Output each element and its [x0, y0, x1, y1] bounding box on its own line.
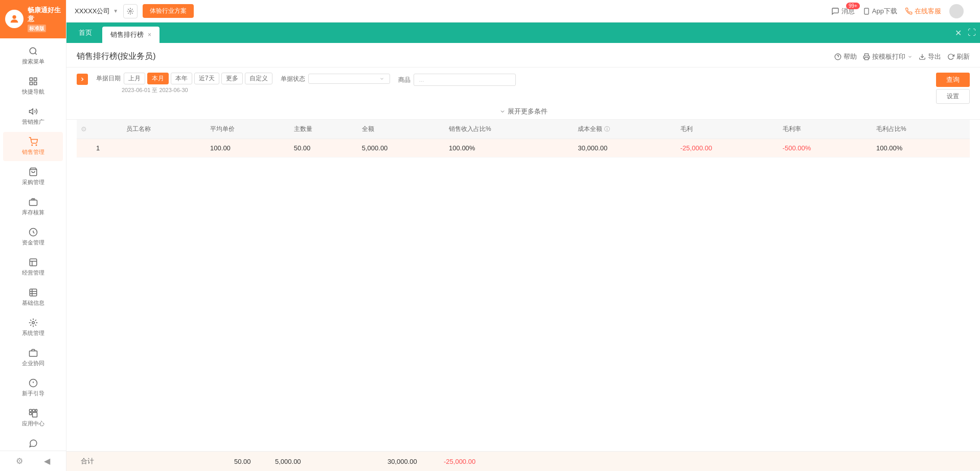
logo-icon	[5, 10, 24, 28]
query-btn[interactable]: 查询	[936, 73, 970, 87]
svg-point-1	[30, 48, 36, 54]
user-avatar[interactable]	[949, 4, 964, 18]
table-footer: 合计 50.00 5,000.00 30,000.00 -25,000.00	[66, 451, 980, 471]
svg-rect-5	[30, 82, 32, 84]
sidebar-logo-text: 畅康通好生意 标准版	[28, 6, 61, 32]
print-btn[interactable]: 按模板打印	[863, 52, 913, 61]
date-btn-this-year[interactable]: 本年	[171, 73, 192, 84]
col-avg-price-header: 平均单价	[206, 120, 290, 139]
col-qty-header: 主数量	[290, 120, 358, 139]
table-body: 1 100.00 50.00 5,000.00 100.00% 30,000.0…	[77, 139, 970, 158]
sidebar-item-inventory[interactable]: 库存核算	[3, 192, 63, 221]
topbar-settings-btn[interactable]	[123, 4, 138, 18]
message-badge: 99+	[846, 3, 860, 9]
row-sales-pct-cell: 100.00%	[445, 139, 574, 158]
tab-sales-ranking[interactable]: 销售排行榜 ×	[102, 27, 159, 43]
svg-rect-16	[29, 351, 37, 356]
col-cost-header: 成本全额 ⓘ	[574, 120, 676, 139]
date-btn-7days[interactable]: 近7天	[194, 73, 219, 84]
sidebar-item-shortcut[interactable]: 快捷导航	[3, 72, 63, 101]
expand-icon	[499, 108, 506, 115]
sidebar-item-finance[interactable]: 资金管理	[3, 222, 63, 252]
sidebar-nav: 搜索菜单 快捷导航 营销推广 销售管理 采购管理 库存核算 资金	[0, 38, 66, 451]
svg-point-24	[130, 10, 132, 12]
date-label: 单据日期	[96, 74, 121, 83]
sidebar-footer: ⚙ ◀	[0, 451, 66, 471]
date-btn-this-month[interactable]: 本月	[147, 73, 169, 84]
status-select-arrow	[379, 76, 384, 81]
tab-close-btn[interactable]: ×	[148, 31, 151, 38]
column-settings-icon[interactable]: ⚙	[81, 125, 87, 133]
maximize-btn[interactable]: ⛶	[968, 28, 976, 38]
date-btn-prev-month[interactable]: 上月	[124, 73, 145, 84]
sidebar-item-system[interactable]: 系统管理	[3, 313, 63, 342]
data-table: ⚙ 员工名称 平均单价 主数量 全额 销售收入占比% 成本全额 ⓘ 毛利	[77, 120, 970, 158]
col-sales-pct-header: 销售收入占比%	[445, 120, 574, 139]
table-header: ⚙ 员工名称 平均单价 主数量 全额 销售收入占比% 成本全额 ⓘ 毛利	[77, 120, 970, 139]
col-gross-pct-header: 毛利占比%	[872, 120, 970, 139]
trial-btn[interactable]: 体验行业方案	[143, 4, 194, 18]
row-settings-cell	[77, 139, 92, 158]
export-btn[interactable]: 导出	[919, 52, 941, 61]
minimize-btn[interactable]: ✕	[955, 28, 962, 38]
sidebar-item-apps[interactable]: 应用中心	[3, 403, 63, 433]
col-rank-header	[92, 120, 122, 139]
expand-more-btn[interactable]: 展开更多条件	[499, 107, 548, 116]
svg-rect-25	[864, 8, 869, 14]
svg-rect-3	[30, 78, 32, 80]
company-selector[interactable]: XXXXX公司 ▼	[75, 7, 118, 16]
date-btn-more[interactable]: 更多	[221, 73, 243, 84]
svg-point-0	[12, 15, 16, 19]
message-btn[interactable]: 消息 99+	[831, 7, 855, 16]
svg-rect-13	[30, 259, 37, 266]
sidebar-item-guide[interactable]: 新手引导	[3, 373, 63, 402]
filter-collapse-btn[interactable]	[77, 74, 88, 85]
svg-rect-28	[865, 57, 869, 60]
sidebar: 畅康通好生意 标准版 搜索菜单 快捷导航 营销推广 销售管理 采购管理	[0, 0, 66, 471]
footer-avg-price	[183, 458, 234, 465]
page-actions: 帮助 按模板打印 导出 刷新	[834, 52, 970, 61]
window-controls: ✕ ⛶	[955, 28, 976, 38]
footer-gross: -25,000.00	[444, 458, 495, 465]
filter-area: 单据日期 上月 本月 本年 近7天 更多 自定义 2023-06-01 至 20…	[66, 68, 980, 120]
svg-rect-22	[32, 412, 37, 417]
goods-select[interactable]: ...	[414, 74, 516, 86]
sidebar-item-wechat[interactable]: 企业微信	[3, 434, 63, 451]
row-qty-cell: 50.00	[290, 139, 358, 158]
date-filter: 单据日期 上月 本月 本年 近7天 更多 自定义 2023-06-01 至 20…	[96, 73, 272, 94]
date-btn-custom[interactable]: 自定义	[245, 73, 272, 84]
sidebar-item-sales[interactable]: 销售管理	[3, 132, 63, 161]
sidebar-item-enterprise[interactable]: 企业协同	[3, 343, 63, 372]
svg-rect-4	[34, 78, 36, 80]
sidebar-collapse-btn[interactable]: ◀	[44, 456, 50, 466]
sidebar-item-basic[interactable]: 基础信息	[3, 283, 63, 312]
main-content: XXXXX公司 ▼ 体验行业方案 消息 99+ App下载 在线客服	[66, 0, 980, 471]
sidebar-item-marketing[interactable]: 营销推广	[3, 102, 63, 131]
sidebar-item-operations[interactable]: 经营管理	[3, 253, 63, 282]
row-cost-cell: 30,000.00	[574, 139, 676, 158]
sidebar-item-search[interactable]: 搜索菜单	[3, 41, 63, 71]
refresh-btn[interactable]: 刷新	[947, 52, 970, 61]
row-avg-price-cell: 100.00	[206, 139, 290, 158]
sidebar-settings-btn[interactable]: ⚙	[16, 456, 23, 466]
footer-sales-pct	[326, 458, 388, 465]
help-btn[interactable]: 帮助	[834, 52, 857, 61]
app-download-btn[interactable]: App下载	[863, 7, 897, 16]
tabbar: 首页 销售排行榜 × ✕ ⛶	[66, 23, 980, 43]
date-filter-row: 单据日期 上月 本月 本年 近7天 更多 自定义	[96, 73, 272, 84]
row-rank-cell: 1	[92, 139, 122, 158]
sidebar-item-purchase[interactable]: 采购管理	[3, 162, 63, 191]
table-row: 1 100.00 50.00 5,000.00 100.00% 30,000.0…	[77, 139, 970, 158]
status-select[interactable]	[308, 74, 390, 84]
tab-home[interactable]: 首页	[71, 23, 100, 43]
date-btn-group: 上月 本月 本年 近7天 更多 自定义	[124, 73, 272, 84]
svg-rect-18	[29, 409, 32, 412]
online-service-btn[interactable]: 在线客服	[905, 7, 941, 16]
svg-point-8	[32, 145, 33, 146]
footer-cells: 50.00 5,000.00 30,000.00 -25,000.00	[183, 458, 966, 465]
settings-btn[interactable]: 设置	[936, 89, 970, 104]
filter-main-row: 单据日期 上月 本月 本年 近7天 更多 自定义 2023-06-01 至 20…	[77, 73, 970, 104]
topbar: XXXXX公司 ▼ 体验行业方案 消息 99+ App下载 在线客服	[66, 0, 980, 23]
svg-point-15	[32, 322, 34, 324]
col-gross-header: 毛利	[676, 120, 779, 139]
